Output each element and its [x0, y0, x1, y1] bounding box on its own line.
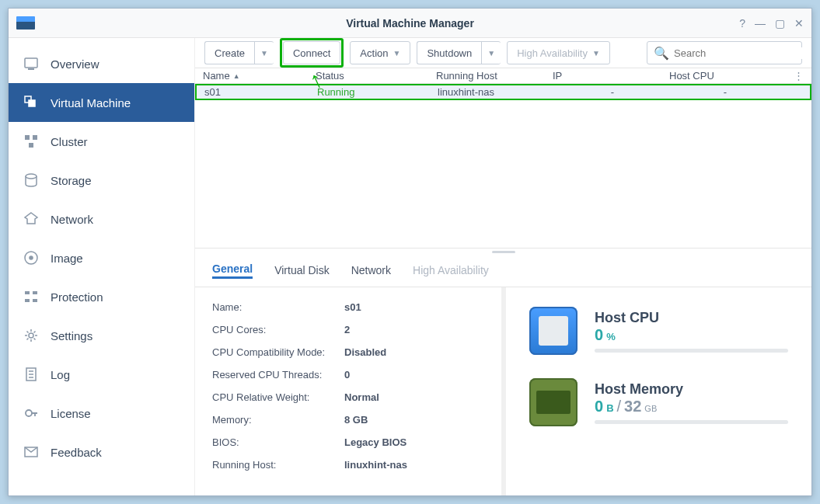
- maximize-icon[interactable]: ▢: [775, 17, 785, 30]
- sidebar-item-protection[interactable]: Protection: [9, 277, 194, 316]
- sidebar-label: Protection: [51, 290, 103, 304]
- svg-rect-10: [25, 291, 30, 294]
- svg-rect-0: [25, 58, 37, 68]
- svg-rect-11: [33, 291, 37, 294]
- col-more-icon[interactable]: ⋮: [794, 70, 804, 82]
- action-button[interactable]: Action▼: [350, 41, 410, 64]
- detail-panel: General Virtual Disk Network High Availa…: [195, 248, 811, 495]
- sidebar-label: License: [51, 407, 91, 420]
- search-icon: 🔍: [654, 46, 669, 61]
- sidebar-item-cluster[interactable]: Cluster: [9, 122, 194, 161]
- cell-host: linuxhint-nas: [438, 86, 554, 98]
- prop-label: Name:: [212, 301, 344, 313]
- shutdown-caret[interactable]: ▼: [481, 41, 501, 64]
- gauge-bar: [595, 349, 788, 353]
- prop-value: 8 GB: [344, 414, 368, 426]
- drag-handle[interactable]: [195, 249, 811, 255]
- protection-icon: [23, 288, 40, 305]
- cell-name: s01: [204, 86, 317, 98]
- sidebar-item-settings[interactable]: Settings: [9, 316, 194, 355]
- svg-rect-6: [29, 143, 33, 148]
- search-input[interactable]: [674, 47, 804, 59]
- col-status[interactable]: Status: [316, 70, 436, 82]
- close-icon[interactable]: ✕: [794, 17, 804, 30]
- svg-point-19: [26, 410, 32, 416]
- sort-asc-icon: ▲: [233, 72, 240, 80]
- chevron-down-icon: ▼: [592, 49, 600, 57]
- main-panel: Create ▼ Connect Action▼ Shutdown ▼ High…: [195, 38, 811, 495]
- col-cpu[interactable]: Host CPU: [669, 70, 778, 82]
- properties-list: Name:s01 CPU Cores:2 CPU Compatibility M…: [195, 287, 506, 495]
- gauge-value: 0%: [595, 326, 788, 344]
- sidebar-item-log[interactable]: Log: [9, 355, 194, 394]
- sidebar-label: Storage: [51, 174, 92, 187]
- action-label: Action: [360, 47, 388, 59]
- sidebar-item-feedback[interactable]: Feedback: [9, 433, 194, 471]
- feedback-icon: [23, 443, 40, 461]
- tab-network[interactable]: Network: [351, 264, 391, 278]
- window-title: Virtual Machine Manager: [346, 17, 474, 30]
- titlebar: Virtual Machine Manager ? — ▢ ✕: [9, 9, 811, 38]
- sidebar-label: Image: [51, 252, 83, 265]
- license-icon: [23, 405, 40, 422]
- gauge-cpu: Host CPU 0%: [529, 307, 788, 355]
- sidebar-label: Feedback: [51, 446, 102, 459]
- svg-rect-1: [28, 68, 34, 70]
- storage-icon: [23, 172, 40, 189]
- sidebar: Overview Virtual Machine Cluster Storage…: [9, 38, 195, 495]
- image-icon: [23, 249, 40, 266]
- prop-value: Normal: [344, 391, 379, 403]
- col-name[interactable]: Name▲: [203, 70, 316, 82]
- prop-value: 2: [344, 324, 350, 335]
- sidebar-item-virtual-machine[interactable]: Virtual Machine: [9, 83, 194, 122]
- col-ip[interactable]: IP: [553, 70, 669, 82]
- sidebar-item-image[interactable]: Image: [9, 238, 194, 277]
- sidebar-item-license[interactable]: License: [9, 394, 194, 433]
- cpu-icon: [529, 307, 577, 355]
- tab-virtual-disk[interactable]: Virtual Disk: [274, 264, 330, 278]
- cluster-icon: [23, 133, 40, 150]
- create-caret[interactable]: ▼: [254, 41, 274, 64]
- search-box[interactable]: 🔍: [647, 41, 802, 64]
- sidebar-item-network[interactable]: Network: [9, 200, 194, 238]
- sidebar-label: Network: [51, 213, 93, 226]
- prop-value: linuxhint-nas: [344, 459, 407, 471]
- gauge-value: 0B / 32GB: [595, 398, 788, 415]
- vm-icon: [23, 94, 40, 111]
- tab-general[interactable]: General: [212, 262, 253, 279]
- detail-tabs: General Virtual Disk Network High Availa…: [195, 255, 811, 287]
- svg-point-7: [26, 174, 37, 179]
- ha-button[interactable]: High Availability▼: [507, 41, 610, 64]
- tab-ha[interactable]: High Availability: [413, 264, 489, 278]
- svg-point-9: [30, 256, 33, 259]
- connect-highlight: Connect: [280, 38, 344, 68]
- cell-ip: -: [554, 86, 671, 98]
- gauge-title: Host CPU: [595, 310, 788, 326]
- table-row[interactable]: s01 Running linuxhint-nas - -: [195, 84, 811, 100]
- prop-label: Reserved CPU Threads:: [212, 369, 344, 381]
- sidebar-item-storage[interactable]: Storage: [9, 161, 194, 200]
- prop-label: CPU Compatibility Mode:: [212, 346, 344, 358]
- cell-cpu: -: [671, 86, 780, 98]
- sidebar-label: Overview: [51, 57, 99, 71]
- shutdown-button[interactable]: Shutdown: [417, 41, 481, 64]
- prop-label: BIOS:: [212, 436, 344, 448]
- minimize-icon[interactable]: —: [755, 17, 766, 30]
- sidebar-label: Cluster: [51, 135, 88, 148]
- network-icon: [23, 210, 40, 228]
- toolbar: Create ▼ Connect Action▼ Shutdown ▼ High…: [195, 38, 811, 68]
- create-button[interactable]: Create: [204, 41, 254, 64]
- chevron-down-icon: ▼: [393, 49, 401, 57]
- prop-value: Disabled: [344, 346, 386, 358]
- col-host[interactable]: Running Host: [436, 70, 553, 82]
- connect-button[interactable]: Connect: [283, 41, 340, 64]
- sidebar-label: Settings: [51, 329, 92, 342]
- prop-value: Legacy BIOS: [344, 436, 407, 448]
- svg-rect-5: [33, 135, 37, 140]
- gauge-bar: [595, 420, 788, 424]
- sidebar-item-overview[interactable]: Overview: [9, 44, 194, 83]
- gauge-title: Host Memory: [595, 381, 788, 398]
- svg-rect-12: [25, 299, 30, 302]
- chevron-down-icon: ▼: [260, 49, 268, 57]
- help-icon[interactable]: ?: [739, 17, 745, 30]
